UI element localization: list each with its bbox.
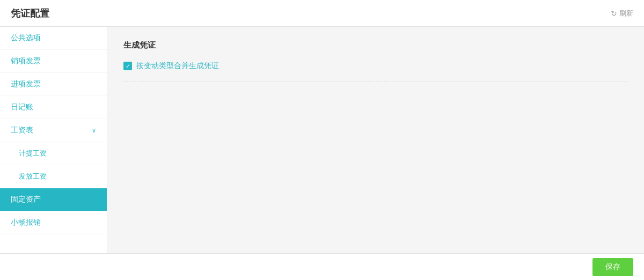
sidebar-item-journal[interactable]: 日记账 [0, 96, 107, 119]
sidebar-item-payroll-table[interactable]: 工资表∨ [0, 119, 107, 142]
sidebar-label-payroll-table: 工资表 [11, 126, 33, 135]
sidebar-label-petty-expense: 小畅报销 [11, 218, 41, 227]
sidebar-label-fixed-assets: 固定资产 [11, 195, 41, 204]
sidebar-label-journal: 日记账 [11, 102, 33, 112]
sidebar-item-purchase-invoice[interactable]: 进项发票 [0, 73, 107, 96]
sidebar-item-calc-salary[interactable]: 计提工资 [0, 142, 107, 165]
sidebar-item-pay-salary[interactable]: 发放工资 [0, 165, 107, 188]
sidebar-label-public-options: 公共选项 [11, 33, 41, 43]
section-title: 生成凭证 [123, 40, 628, 50]
sidebar-label-purchase-invoice: 进项发票 [11, 79, 41, 89]
sidebar-label-pay-salary: 发放工资 [19, 172, 47, 181]
merge-checkbox-wrapper[interactable]: 按变动类型合并生成凭证 [123, 61, 219, 71]
main-content: 公共选项销项发票进项发票日记账工资表∨计提工资发放工资固定资产小畅报销 生成凭证… [0, 27, 644, 253]
refresh-button[interactable]: ↻ 保存 刷新 [611, 9, 633, 18]
divider [123, 82, 628, 82]
content-area: 生成凭证 按变动类型合并生成凭证 [107, 27, 644, 253]
sidebar-item-public-options[interactable]: 公共选项 [0, 27, 107, 50]
sidebar-item-fixed-assets[interactable]: 固定资产 [0, 188, 107, 211]
refresh-text: 刷新 [619, 9, 633, 18]
page-footer: 保存 [0, 253, 644, 280]
save-button[interactable]: 保存 [592, 258, 633, 276]
merge-checkbox-label: 按变动类型合并生成凭证 [136, 61, 219, 71]
checkbox-row: 按变动类型合并生成凭证 [123, 61, 628, 71]
sidebar: 公共选项销项发票进项发票日记账工资表∨计提工资发放工资固定资产小畅报销 [0, 27, 107, 253]
sidebar-label-calc-salary: 计提工资 [19, 149, 47, 158]
sidebar-item-sales-invoice[interactable]: 销项发票 [0, 50, 107, 73]
chevron-down-icon: ∨ [92, 127, 96, 134]
sidebar-label-sales-invoice: 销项发票 [11, 56, 41, 66]
refresh-icon: ↻ [611, 9, 617, 18]
page-title: 凭证配置 [11, 7, 49, 20]
page-header: 凭证配置 ↻ 保存 刷新 [0, 0, 644, 27]
sidebar-item-petty-expense[interactable]: 小畅报销 [0, 211, 107, 234]
merge-checkbox[interactable] [123, 62, 132, 70]
